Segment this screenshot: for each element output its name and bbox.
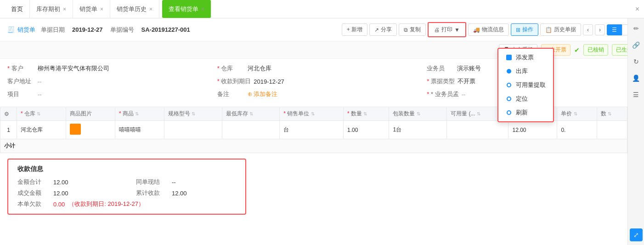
dropdown-refresh[interactable]: 刷新 (498, 106, 553, 120)
salesperson-value: 演示账号 (457, 64, 481, 73)
product-thumbnail (70, 124, 81, 135)
single-settlement-value: -- (172, 179, 176, 186)
cumulative-payment-value: 12.00 (172, 190, 187, 197)
dropdown-available-qty[interactable]: 可用量提取 (498, 78, 553, 92)
list-view-button[interactable]: ☰ (607, 24, 622, 35)
single-settlement-row: 同单现结 -- (136, 178, 236, 186)
sidebar-edit-icon[interactable]: ✏ (630, 22, 643, 35)
operation-dropdown: 添发票 出库 可用量提取 定位 (497, 48, 554, 122)
col-settings[interactable]: ⚙ (0, 107, 17, 121)
next-button[interactable]: › (595, 24, 605, 35)
main-content: 🧾 销货单 单据日期 2019-12-27 单据编号 SA-20191227-0… (0, 18, 644, 245)
tab-sales-order-close[interactable]: × (100, 6, 103, 12)
col-sales-unit: * 销售单位 ⇅ (280, 107, 344, 121)
dropdown-add-invoice[interactable]: 添发票 (498, 51, 553, 64)
dropdown-locate[interactable]: 定位 (498, 92, 553, 106)
col-unit-price: 单价 ⇅ (557, 107, 597, 121)
project-value: -- (38, 91, 42, 98)
add-icon: ⊕ (248, 91, 252, 97)
doc-meta: 单据日期 2019-12-27 单据编号 SA-20191227-001 (41, 26, 190, 34)
customer-value: 柳州粤港平安气体有限公司 (38, 64, 109, 73)
payment-section: 收款信息 金额合计 12.00 同单现结 -- 成交金额 12.00 (0, 153, 644, 218)
payment-grid: 金额合计 12.00 同单现结 -- 成交金额 12.00 累计收款 12.00 (17, 178, 236, 208)
table-row: 1 河北仓库 嘻嘻嘻嘻 台 1.00 1台 12.00 0. (0, 121, 627, 139)
transaction-amount-label: 成交金额 (17, 189, 50, 197)
history-button[interactable]: 📋 历史单据 (540, 23, 581, 36)
customer-field: 客户 柳州粤港平安气体有限公司 (7, 64, 217, 73)
col-spec: 规格型号 ⇅ (164, 107, 222, 121)
prev-button[interactable]: ‹ (583, 24, 593, 35)
total-amount-value: 12.00 (53, 179, 68, 186)
available-qty-icon (506, 82, 512, 88)
doc-title-area: 🧾 销货单 单据日期 2019-12-27 单据编号 SA-20191227-0… (7, 26, 190, 34)
date-value: 2019-12-27 (72, 26, 103, 33)
total-amount-row: 金额合计 12.00 (17, 178, 118, 186)
sidebar-list-icon[interactable]: ☰ (630, 88, 643, 101)
share-button[interactable]: ↗ 分享 (369, 23, 397, 36)
salesperson-label: 业务员 (427, 64, 454, 73)
col-product: * 商品 ⇅ (115, 107, 164, 121)
right-sidebar: ✏ 🔗 ↻ 👤 ☰ ⤢ (627, 18, 644, 245)
col-min-stock: 最低库存 ⇅ (222, 107, 280, 121)
transaction-amount-row: 成交金额 12.00 (17, 189, 118, 197)
payment-date-label: 收款到期日 (217, 77, 251, 85)
payment-box: 收款信息 金额合计 12.00 同单现结 -- 成交金额 12.00 (7, 159, 246, 215)
row-pack-qty: 1台 (389, 121, 447, 139)
sidebar-user-icon[interactable]: 👤 (630, 72, 643, 85)
address-field: 客户地址 -- (7, 77, 217, 85)
tab-inventory-init[interactable]: 库存期初 × (30, 0, 73, 18)
sidebar-refresh-icon[interactable]: ↻ (630, 55, 643, 68)
add-note-button[interactable]: ⊕ 添加备注 (248, 90, 278, 98)
payment-date-field: 收款到期日 2019-12-27 (217, 77, 427, 85)
number-value: SA-20191227-001 (141, 26, 190, 33)
col-quantity: * 数量 ⇅ (344, 107, 389, 121)
tab-sales-history[interactable]: 销货单历史 × (110, 0, 159, 18)
row-quantity: 1.00 (344, 121, 389, 139)
refresh-label: 刷新 (516, 108, 528, 117)
copy-button[interactable]: ⧉ 复制 (399, 23, 426, 36)
tab-view-sales-close[interactable]: × (201, 6, 204, 12)
tab-home[interactable]: 首页 (5, 0, 30, 18)
refresh-icon (506, 109, 512, 116)
subtotal-row: 小计 (0, 139, 627, 153)
row-amount (597, 121, 627, 139)
sidebar-expand-icon[interactable]: ⤢ (630, 228, 643, 241)
toolbar: + 新增 ↗ 分享 ⧉ 复制 🖨 打印 ▼ 🚚 (342, 22, 637, 37)
doc-type: 🧾 销货单 (7, 26, 35, 34)
tab-sales-history-close[interactable]: × (149, 6, 153, 12)
doc-type-label: 销货单 (17, 26, 35, 34)
ticket-type-value: 不开票 (458, 77, 475, 85)
share-icon: ↗ (374, 27, 379, 33)
print-highlight: 🖨 打印 ▼ (428, 22, 466, 37)
tab-sales-order[interactable]: 销货单 × (73, 0, 110, 18)
operation-button[interactable]: ⊞ 操作 (511, 23, 538, 36)
outbound-label: 出库 (516, 67, 528, 75)
tab-bar: 首页 库存期初 × 销货单 × 销货单历史 × 查看销货单 × × (0, 0, 644, 18)
tab-view-sales[interactable]: 查看销货单 × (162, 0, 211, 18)
print-button[interactable]: 🖨 打印 ▼ (429, 24, 464, 35)
number-label: 单据编号 (110, 26, 134, 34)
customer-label: 客户 (7, 64, 35, 73)
sidebar-link-icon[interactable]: 🔗 (630, 39, 643, 51)
row-available (447, 121, 508, 139)
logistics-button[interactable]: 🚚 物流信息 (468, 23, 509, 36)
add-invoice-label: 添发票 (516, 53, 534, 62)
new-button[interactable]: + 新增 (342, 23, 367, 36)
print-icon: 🖨 (434, 27, 440, 33)
col-product-image: 商品图片 (66, 107, 115, 121)
checked-badge[interactable]: 已核销 (583, 44, 608, 56)
arrears-note: （收款到期日: 2019-12-27） (68, 200, 144, 208)
doc-type-icon: 🧾 (7, 26, 15, 33)
warehouse-label: 仓库 (217, 64, 245, 73)
logistics-icon: 🚚 (473, 27, 480, 33)
dropdown-outbound[interactable]: 出库 (498, 64, 553, 78)
note-label: 备注 (217, 90, 245, 98)
row-warehouse: 河北仓库 (17, 121, 66, 139)
check-icon: ✔ (574, 46, 580, 54)
address-label: 客户地址 (7, 77, 35, 85)
cumulative-payment-row: 累计收款 12.00 (136, 189, 236, 197)
tab-inventory-init-close[interactable]: × (63, 6, 66, 12)
available-qty-label: 可用量提取 (516, 81, 546, 89)
window-close-button[interactable]: × (635, 5, 639, 13)
row-spec (164, 121, 222, 139)
